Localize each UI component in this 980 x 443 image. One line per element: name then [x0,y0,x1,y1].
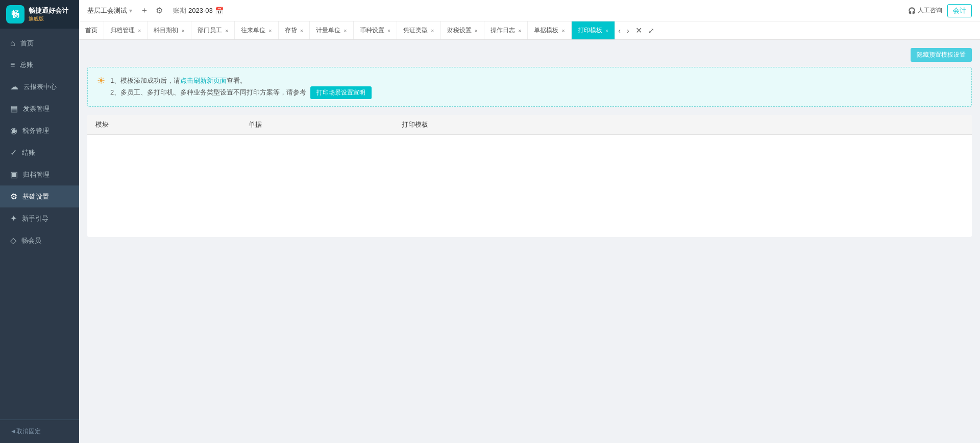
print-template-table: 模块 单据 打印模板 [87,115,972,237]
settings-icon: ⚙ [10,192,17,201]
headset-icon: 🎧 [908,7,916,14]
info-line2: 2、多员工、多打印机、多种业务类型设置不同打印方案等，请参考 打印场景设置宣明 [110,86,372,99]
sidebar: 畅 畅捷通好会计 旗舰版 ⌂ 首页 ≡ 总账 ☁ 云报表中心 ▤ 发票管理 ◉ … [0,0,79,443]
sidebar-item-member[interactable]: ◇ 畅会员 [0,229,79,251]
archive-icon: ▣ [10,170,18,179]
tab-currency-label: 币种设置 [360,26,384,35]
sidebar-item-ledger[interactable]: ≡ 总账 [0,54,79,76]
sidebar-item-checkout[interactable]: ✓ 结账 [0,142,79,164]
sidebar-logo: 畅 畅捷通好会计 旗舰版 [0,0,79,29]
tab-department-close[interactable]: × [225,28,228,34]
tab-customer-close[interactable]: × [268,28,272,34]
main-area: 基层工会测试 ▾ ＋ ⚙ 账期 2023-03 📅 🎧 人工咨询 会计 首页 归… [79,0,980,443]
sidebar-label-member: 畅会员 [21,236,41,245]
company-name: 基层工会测试 ▾ [87,6,132,15]
tab-inventory[interactable]: 存货 × [279,21,310,40]
sidebar-item-reports[interactable]: ☁ 云报表中心 [0,76,79,98]
unpin-label: ◄取消固定 [10,427,41,436]
tab-singledoc-label: 单据模板 [534,26,558,35]
col-template: 打印模板 [394,115,972,134]
tab-taxsetting[interactable]: 财税设置 × [441,21,484,40]
sidebar-label-reports: 云报表中心 [23,82,57,91]
member-icon: ◇ [10,236,16,245]
tab-department-label: 部门员工 [198,26,222,35]
tab-home-label: 首页 [85,26,97,35]
service-label: 人工咨询 [918,6,942,15]
table-body [87,135,972,237]
logo-text: 畅捷通好会计 旗舰版 [29,6,68,22]
table-header: 模块 单据 打印模板 [87,115,972,135]
bulb-icon: ☀ [97,75,105,86]
hide-template-section: 隐藏预置模板设置 [87,48,972,62]
tab-voucher-close[interactable]: × [431,28,434,34]
sidebar-item-settings[interactable]: ⚙ 基础设置 [0,185,79,207]
tab-inventory-close[interactable]: × [300,28,303,34]
sidebar-label-settings: 基础设置 [22,192,49,201]
calendar-icon[interactable]: 📅 [215,7,224,15]
info-line1-suffix: 查看。 [227,77,247,84]
settings-gear-button[interactable]: ⚙ [154,5,165,16]
app-title: 畅捷通好会计 [29,6,68,15]
sidebar-label-invoice: 发票管理 [23,104,50,113]
sidebar-label-archive: 归档管理 [23,170,50,179]
tab-close-all-button[interactable]: ✕ [632,21,645,40]
topbar: 基层工会测试 ▾ ＋ ⚙ 账期 2023-03 📅 🎧 人工咨询 会计 [79,0,980,21]
sidebar-label-checkout: 结账 [22,148,35,157]
sidebar-item-guide[interactable]: ✦ 新手引导 [0,207,79,229]
tab-oplog-close[interactable]: × [518,28,521,34]
tab-currency-close[interactable]: × [387,28,390,34]
tab-unit[interactable]: 计量单位 × [310,21,353,40]
company-dropdown-icon[interactable]: ▾ [129,7,132,14]
kuaiji-button[interactable]: 会计 [947,4,972,17]
sidebar-menu: ⌂ 首页 ≡ 总账 ☁ 云报表中心 ▤ 发票管理 ◉ 税务管理 ✓ 结账 ▣ 归… [0,29,79,419]
sidebar-label-ledger: 总账 [20,60,33,69]
tab-next-button[interactable]: › [624,21,632,40]
tab-currency[interactable]: 币种设置 × [354,21,397,40]
tab-singledoc[interactable]: 单据模板 × [528,21,571,40]
tab-singledoc-close[interactable]: × [561,28,565,34]
service-button[interactable]: 🎧 人工咨询 [908,6,942,15]
tab-subject-label: 科目期初 [154,26,178,35]
content-area: 隐藏预置模板设置 ☀ 1、模板添加成功后，请点击刷新新页面查看。 2、多员工、多… [79,40,980,443]
tab-unit-close[interactable]: × [344,28,347,34]
sidebar-item-home[interactable]: ⌂ 首页 [0,33,79,54]
sidebar-footer-pin[interactable]: ◄取消固定 [0,419,79,443]
period-label: 账期 [173,6,186,15]
invoice-icon: ▤ [10,104,18,113]
sidebar-label-guide: 新手引导 [22,214,48,223]
tab-subject-close[interactable]: × [181,28,184,34]
tab-subject[interactable]: 科目期初 × [148,21,191,40]
tab-oplog[interactable]: 操作日志 × [484,21,528,40]
sidebar-item-invoice[interactable]: ▤ 发票管理 [0,98,79,120]
accounting-period: 账期 2023-03 📅 [173,6,224,15]
tab-prev-button[interactable]: ‹ [615,21,624,40]
info-box: ☀ 1、模板添加成功后，请点击刷新新页面查看。 2、多员工、多打印机、多种业务类… [87,67,972,107]
guide-icon: ✦ [10,214,17,223]
tab-voucher[interactable]: 凭证类型 × [397,21,440,40]
hide-preset-template-button[interactable]: 隐藏预置模板设置 [911,48,972,62]
refresh-page-link[interactable]: 点击刷新新页面 [180,77,227,84]
tab-archive-close[interactable]: × [138,28,141,34]
tab-printtemplate-close[interactable]: × [605,28,608,34]
info-line2-prefix: 2、多员工、多打印机、多种业务类型设置不同打印方案等，请参考 [110,88,306,96]
tab-customer[interactable]: 往来单位 × [235,21,278,40]
info-line1-prefix: 1、模板添加成功后，请 [110,77,180,84]
info-line1: 1、模板添加成功后，请点击刷新新页面查看。 [110,75,372,86]
tab-inventory-label: 存货 [285,26,297,35]
cloud-icon: ☁ [10,82,18,91]
period-value: 2023-03 [188,7,213,14]
print-guide-button[interactable]: 打印场景设置宣明 [310,86,372,99]
add-company-button[interactable]: ＋ [138,4,151,17]
app-badge: 旗舰版 [29,15,68,22]
info-text-block: 1、模板添加成功后，请点击刷新新页面查看。 2、多员工、多打印机、多种业务类型设… [110,75,372,99]
tab-department[interactable]: 部门员工 × [191,21,235,40]
sidebar-item-archive[interactable]: ▣ 归档管理 [0,164,79,185]
tab-printtemplate-label: 打印模板 [578,26,602,35]
tab-expand-button[interactable]: ⤢ [645,21,657,40]
home-icon: ⌂ [10,39,15,48]
tab-archive[interactable]: 归档管理 × [104,21,148,40]
tab-printtemplate[interactable]: 打印模板 × [572,21,615,40]
sidebar-item-tax[interactable]: ◉ 税务管理 [0,120,79,142]
tab-taxsetting-close[interactable]: × [475,28,478,34]
tab-home[interactable]: 首页 [79,21,104,40]
